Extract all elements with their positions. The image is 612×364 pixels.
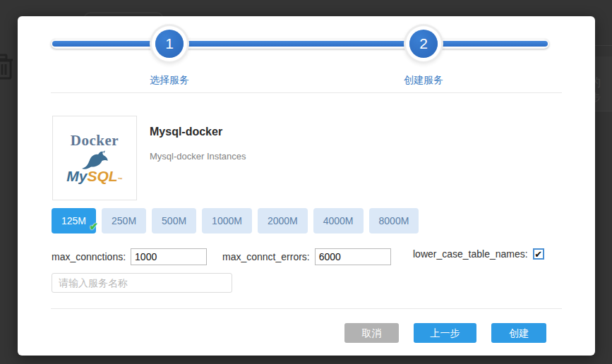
memory-option-4000m[interactable]: 4000M [313, 208, 364, 233]
background-divider [595, 111, 612, 111]
background-text-fragment: 的 [595, 75, 612, 90]
cancel-button[interactable]: 取消 [344, 323, 399, 343]
step-1-circle[interactable]: 1 [155, 30, 184, 58]
service-subtitle: Mysql-docker Instances [150, 151, 246, 162]
memory-option-500m[interactable]: 500M [152, 208, 196, 233]
memory-size-options: 125M ✔ 250M 500M 1000M 2000M 4000M 8000M [52, 208, 419, 233]
mysql-dolphin-icon [53, 150, 136, 170]
service-logo: Docker MySQL™ [52, 116, 137, 200]
divider-bottom [51, 308, 562, 309]
trash-icon [0, 54, 14, 83]
step-2-label: 创建服务 [367, 74, 480, 87]
docker-wordmark: Docker [53, 132, 136, 150]
parameters-row: max_connctions: max_connct_errors: lower… [52, 248, 562, 267]
lower-case-table-names-label: lower_case_table_names: [413, 248, 528, 260]
lower-case-table-names-checkbox[interactable]: ✔ [533, 248, 544, 260]
create-service-dialog: 1 2 选择服务 创建服务 Docker MySQL™ Mysql-docker… [18, 16, 595, 356]
stepper-track [51, 39, 549, 49]
max-connect-errors-label: max_connct_errors: [222, 251, 310, 262]
stepper-progress-fill [52, 41, 548, 47]
memory-option-250m[interactable]: 250M [102, 208, 146, 233]
memory-option-125m[interactable]: 125M ✔ [52, 208, 96, 233]
service-title: Mysql-docker [150, 126, 222, 138]
max-connections-input[interactable] [131, 248, 207, 265]
memory-option-8000m[interactable]: 8000M [369, 208, 419, 233]
memory-option-2000m[interactable]: 2000M [258, 208, 308, 233]
divider-top [51, 92, 562, 93]
max-connect-errors-input[interactable] [315, 248, 391, 265]
max-connections-label: max_connctions: [52, 251, 126, 262]
background-text-fragment: 步 [595, 91, 612, 105]
mysql-wordmark: MySQL™ [53, 168, 136, 185]
create-button[interactable]: 创建 [491, 323, 546, 343]
step-2-circle[interactable]: 2 [409, 30, 438, 58]
previous-button[interactable]: 上一步 [414, 323, 476, 343]
service-name-input[interactable] [52, 273, 232, 293]
dialog-footer: 取消 上一步 创建 [344, 323, 546, 343]
selected-check-icon: ✔ [89, 214, 98, 239]
memory-option-1000m[interactable]: 1000M [202, 208, 252, 233]
background-divider [595, 45, 612, 46]
step-1-label: 选择服务 [113, 74, 226, 87]
